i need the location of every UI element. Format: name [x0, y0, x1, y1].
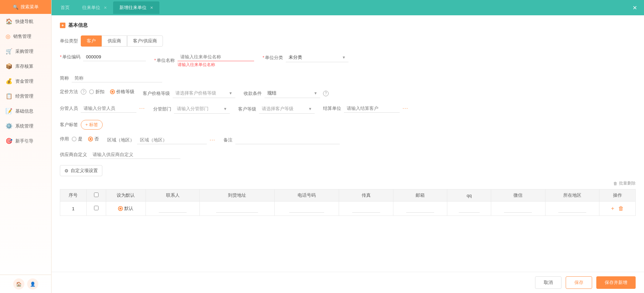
sidebar-item-label: 基础信息: [15, 108, 33, 114]
unit-type-buttons: 客户 供应商 客户/供应商: [81, 35, 163, 47]
row-add-button[interactable]: +: [610, 205, 615, 212]
save-button[interactable]: 保存: [566, 276, 592, 289]
row-default-label: 默认: [124, 205, 133, 212]
abbreviation-label: 简称: [60, 75, 69, 81]
contact-input[interactable]: [159, 204, 187, 213]
col-phone: 电话号码: [275, 189, 339, 202]
sidebar-item-inventory[interactable]: 📦 库存核算: [0, 59, 51, 74]
sidebar-user-btn[interactable]: 👤: [27, 278, 38, 290]
sidebar-search[interactable]: 🔍 搜索菜单: [0, 0, 51, 14]
unit-category-value: 未分类: [289, 54, 302, 60]
region-field: 区域（地区） ···: [107, 136, 215, 144]
customer-level-select[interactable]: 请选择客户等级 ▼: [259, 104, 315, 114]
payment-question-icon[interactable]: ?: [323, 91, 329, 96]
tab-bar-close-all[interactable]: ✕: [628, 5, 641, 11]
customer-price-level-placeholder: 请选择客户价格等级: [175, 90, 216, 96]
unit-code-input[interactable]: [83, 53, 146, 61]
settlement-unit-more-dots[interactable]: ···: [402, 105, 408, 112]
cancel-button[interactable]: 取消: [535, 276, 561, 289]
sidebar-item-operation[interactable]: 📋 经营管理: [0, 89, 51, 104]
sidebar-item-sales[interactable]: ◎ 销售管理: [0, 29, 51, 44]
pricing-radio-level[interactable]: 价格等级: [110, 89, 134, 95]
tab-home[interactable]: 首页: [54, 1, 76, 14]
remark-input[interactable]: [235, 136, 340, 144]
sidebar-home-btn[interactable]: 🏠: [13, 278, 24, 290]
unit-btn-customer[interactable]: 客户: [81, 35, 102, 47]
sidebar-item-purchase[interactable]: 🛒 采购管理: [0, 44, 51, 59]
sidebar-item-quick-nav[interactable]: 🏠 快捷导航: [0, 14, 51, 29]
disabled-radio-yes[interactable]: 是: [72, 136, 83, 142]
batch-delete-label[interactable]: 批量删除: [619, 180, 636, 186]
save-new-button[interactable]: 保存并新增: [596, 276, 636, 289]
unit-name-field: *单位名称 请输入往来单位名称: [154, 53, 254, 68]
sidebar-item-guide[interactable]: 🎯 新手引导: [0, 133, 51, 148]
col-checkbox: [86, 189, 106, 202]
row-delete-button[interactable]: 🗑: [617, 205, 625, 212]
unit-category-field: *单位分类 未分类 ▼: [262, 53, 348, 62]
row-checkbox[interactable]: [94, 206, 99, 210]
row-default-radio[interactable]: 默认: [110, 205, 141, 212]
manager-label: 分管人员: [60, 105, 78, 112]
pricing-radio-discount[interactable]: 折扣: [89, 89, 104, 95]
pricing-method-field: 定价方法 ? 折扣 价格等级: [60, 89, 134, 95]
fax-input[interactable]: [352, 204, 380, 213]
custom-settings-button[interactable]: ⚙ 自定义项设置: [60, 165, 102, 176]
wechat-input[interactable]: [504, 204, 532, 213]
address-input[interactable]: [216, 204, 258, 213]
add-tag-button[interactable]: + 标签: [81, 120, 103, 130]
pricing-question-icon[interactable]: ?: [81, 89, 86, 95]
sidebar-item-finance[interactable]: 💰 资金管理: [0, 74, 51, 89]
sidebar-bottom: 🏠 👤: [0, 275, 51, 293]
email-input[interactable]: [406, 204, 434, 213]
supplier-custom-field: 供应商自定义: [60, 150, 180, 159]
unit-type-field: 单位类型 客户 供应商 客户/供应商: [60, 35, 163, 47]
unit-btn-both[interactable]: 客户/供应商: [127, 35, 163, 47]
manager-more-dots[interactable]: ···: [139, 105, 145, 112]
pricing-radio-level-circle: [110, 89, 115, 94]
manager-input[interactable]: [81, 104, 136, 113]
supplier-custom-input[interactable]: [90, 150, 180, 159]
unit-btn-supplier[interactable]: 供应商: [102, 35, 127, 47]
disabled-radio-no[interactable]: 否: [88, 136, 99, 142]
tab-new-counterparty-close[interactable]: ✕: [150, 6, 153, 10]
cell-fax: [339, 202, 393, 216]
col-default: 设为默认: [106, 189, 146, 202]
payment-condition-field: 收款条件 现结 ▼ ?: [244, 89, 329, 98]
qq-input[interactable]: [459, 204, 480, 213]
sidebar-item-system[interactable]: ⚙️ 系统管理: [0, 119, 51, 133]
manager-row: 分管人员 ··· 分管部门 请输入分管部门 ▼ 客户等级 请选择客户等级 ▼ 结…: [60, 104, 636, 114]
tab-counterparty-close[interactable]: ✕: [104, 6, 107, 10]
section-icon: [60, 23, 65, 28]
unit-info-row: *单位编码 *单位名称 请输入往来单位名称 *单位分类 未分类: [60, 53, 636, 68]
cell-phone: [275, 202, 339, 216]
system-icon: ⚙️: [6, 123, 13, 129]
col-fax: 传真: [339, 189, 393, 202]
settlement-unit-input[interactable]: [344, 104, 400, 113]
tab-new-counterparty[interactable]: 新增往来单位 ✕: [113, 1, 159, 14]
pricing-radio-group: 折扣 价格等级: [89, 89, 134, 95]
sidebar-item-basic[interactable]: 📝 基础信息: [0, 104, 51, 119]
select-all-checkbox[interactable]: [94, 193, 99, 197]
region-input[interactable]: [137, 136, 207, 144]
unit-category-chevron: ▼: [342, 55, 346, 59]
phone-input[interactable]: [289, 204, 324, 213]
col-email: 邮箱: [393, 189, 447, 202]
unit-name-input[interactable]: [178, 53, 254, 61]
payment-condition-select[interactable]: 现结 ▼: [265, 89, 320, 98]
sidebar-search-label: 搜索菜单: [21, 4, 39, 10]
region-more-dots[interactable]: ···: [210, 137, 215, 143]
department-select[interactable]: 请输入分管部门 ▼: [174, 104, 230, 114]
cell-email: [393, 202, 447, 216]
location-input[interactable]: [558, 204, 586, 213]
unit-category-select[interactable]: 未分类 ▼: [286, 53, 348, 62]
customer-tag-row: 客户标签 + 标签: [60, 120, 636, 130]
cell-action: + 🗑: [599, 202, 636, 216]
col-qq: qq: [447, 189, 491, 202]
abbreviation-input[interactable]: [72, 74, 162, 82]
purchase-icon: 🛒: [6, 48, 13, 55]
tab-counterparty[interactable]: 往来单位 ✕: [76, 1, 113, 14]
supplier-custom-row: 供应商自定义: [60, 150, 636, 159]
tab-bar: 首页 往来单位 ✕ 新增往来单位 ✕ ✕: [52, 0, 644, 15]
customer-price-level-select[interactable]: 请选择客户价格等级 ▼: [173, 89, 235, 98]
customer-level-field: 客户等级 请选择客户等级 ▼: [238, 104, 315, 114]
